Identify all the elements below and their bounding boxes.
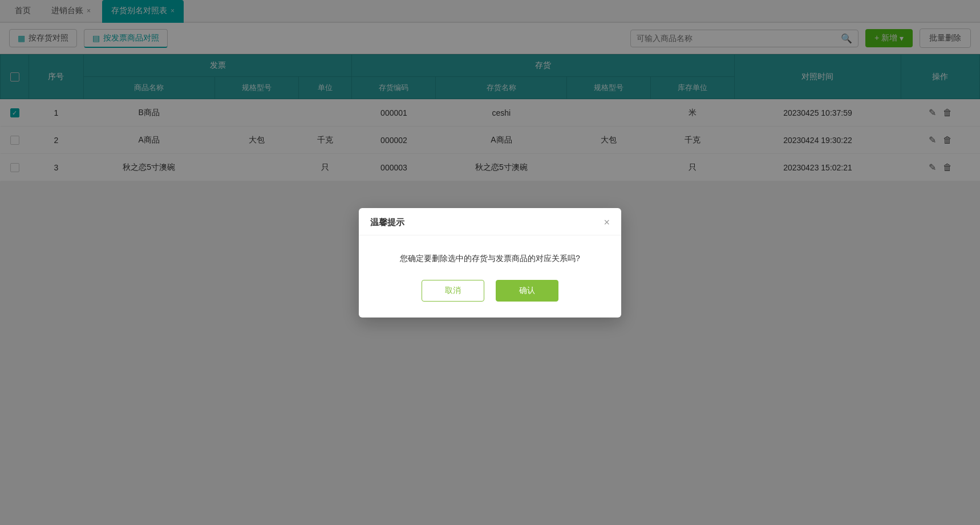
modal-overlay: 温馨提示 × 您确定要删除选中的存货与发票商品的对应关系吗? 取消 确认 bbox=[0, 0, 980, 181]
